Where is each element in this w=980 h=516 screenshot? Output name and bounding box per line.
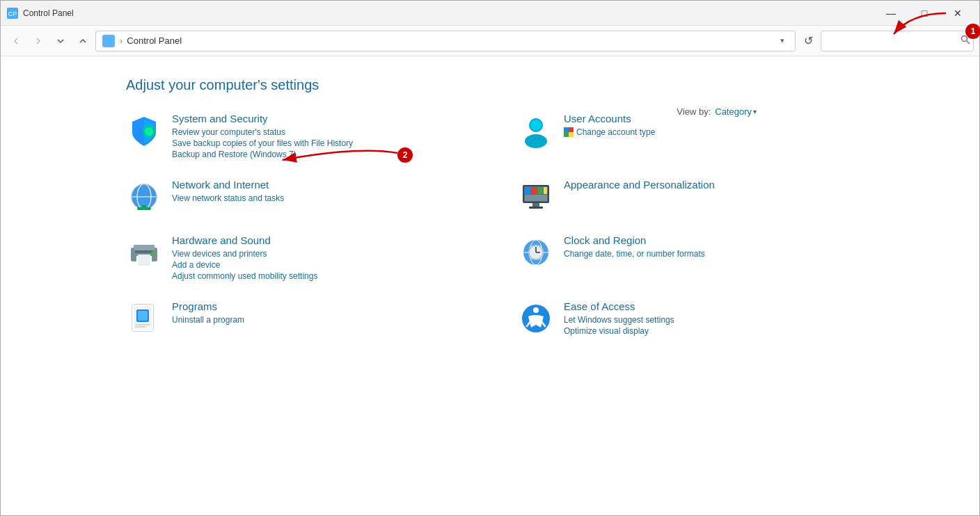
titlebar-controls: — □ ✕ [875, 3, 974, 24]
search-input[interactable] [827, 35, 967, 46]
page-title: Adjust your computer's settings [126, 77, 868, 93]
ease-access-icon [518, 300, 554, 337]
categories-grid: System and Security Review your computer… [126, 113, 868, 337]
clock-region-title[interactable]: Clock and Region [564, 234, 868, 246]
close-button[interactable]: ✕ [942, 3, 974, 24]
ease-access-link-2[interactable]: Optimize visual display [564, 326, 868, 336]
forward-button[interactable] [29, 31, 48, 51]
category-programs[interactable]: Programs Uninstall a program [126, 300, 476, 337]
refresh-button[interactable]: ↺ [798, 31, 818, 51]
network-internet-icon [126, 179, 162, 215]
maximize-button[interactable]: □ [908, 3, 940, 24]
search-area: 1 [821, 31, 974, 51]
header-area: Adjust your computer's settings View by:… [126, 77, 868, 93]
addressbar: › Control Panel ▾ ↺ 1 [1, 26, 979, 56]
svg-rect-30 [544, 187, 547, 194]
svg-rect-29 [537, 187, 543, 194]
svg-rect-38 [138, 255, 150, 266]
network-internet-link-1[interactable]: View network status and tasks [172, 193, 476, 203]
programs-link-1[interactable]: Uninstall a program [172, 315, 476, 325]
appearance-text: Appearance and Personalization [564, 179, 868, 193]
programs-icon [126, 300, 162, 337]
clock-region-link-1[interactable]: Change date, time, or number formats [564, 249, 868, 259]
svg-point-55 [533, 307, 539, 313]
svg-rect-33 [529, 207, 543, 209]
svg-text:CP: CP [8, 10, 17, 17]
system-security-link-2[interactable]: Save backup copies of your files with Fi… [172, 138, 476, 148]
svg-line-6 [967, 41, 970, 45]
network-internet-title[interactable]: Network and Internet [172, 179, 476, 191]
svg-rect-17 [569, 132, 574, 137]
titlebar-icon: CP [6, 7, 19, 19]
system-security-text: System and Security Review your computer… [172, 113, 476, 159]
up-button[interactable] [73, 31, 93, 51]
hardware-sound-link-1[interactable]: View devices and printers [172, 249, 476, 259]
user-accounts-link-1[interactable]: Change account type [576, 127, 655, 137]
address-text: Control Panel [127, 35, 771, 46]
svg-rect-37 [135, 250, 153, 253]
category-network-internet[interactable]: Network and Internet View network status… [126, 179, 476, 215]
ease-access-title[interactable]: Ease of Access [564, 300, 868, 312]
categories-area: 2 [126, 113, 868, 337]
user-accounts-icon [518, 113, 554, 149]
svg-rect-16 [564, 132, 569, 137]
svg-rect-51 [138, 311, 148, 321]
annotation-badge-1: 1 [965, 24, 980, 39]
svg-rect-15 [569, 127, 574, 132]
address-dropdown-btn[interactable]: ▾ [775, 36, 789, 45]
clock-region-text: Clock and Region Change date, time, or n… [564, 234, 868, 259]
hardware-sound-link-2[interactable]: Add a device [172, 260, 476, 270]
address-field[interactable]: › Control Panel ▾ [95, 31, 796, 51]
programs-title[interactable]: Programs [172, 300, 476, 312]
svg-point-13 [530, 120, 542, 131]
svg-point-5 [962, 36, 967, 42]
user-accounts-title[interactable]: User Accounts [564, 113, 868, 124]
titlebar: CP Control Panel — □ ✕ [1, 1, 979, 26]
system-security-icon [126, 113, 162, 149]
hardware-sound-text: Hardware and Sound View devices and prin… [172, 234, 476, 281]
ease-access-text: Ease of Access Let Windows suggest setti… [564, 300, 868, 336]
window: CP Control Panel — □ ✕ › Con [0, 0, 980, 516]
programs-text: Programs Uninstall a program [172, 300, 476, 325]
svg-rect-28 [531, 187, 537, 194]
hardware-sound-icon [126, 234, 162, 271]
svg-rect-31 [525, 195, 547, 201]
svg-point-12 [525, 134, 547, 148]
hardware-sound-link-3[interactable]: Adjust commonly used mobility settings [172, 271, 476, 281]
category-user-accounts[interactable]: User Accounts Change account type [518, 113, 868, 159]
recent-pages-button[interactable] [51, 31, 70, 51]
svg-rect-35 [134, 245, 155, 250]
appearance-icon [518, 179, 554, 215]
network-internet-text: Network and Internet View network status… [172, 179, 476, 203]
svg-point-39 [151, 251, 155, 255]
svg-rect-24 [142, 205, 146, 209]
category-hardware-sound[interactable]: Hardware and Sound View devices and prin… [126, 234, 476, 281]
svg-point-10 [145, 127, 153, 136]
category-appearance[interactable]: Appearance and Personalization [518, 179, 868, 215]
user-accounts-text: User Accounts Change account type [564, 113, 868, 137]
system-security-link-1[interactable]: Review your computer's status [172, 127, 476, 137]
svg-rect-27 [525, 187, 530, 194]
titlebar-title: Control Panel [23, 8, 875, 18]
system-security-link-3[interactable]: Backup and Restore (Windows 7) [172, 150, 476, 159]
search-field[interactable] [821, 31, 974, 51]
system-security-title[interactable]: System and Security [172, 113, 476, 124]
main-content: Adjust your computer's settings View by:… [1, 56, 979, 515]
address-separator: › [120, 35, 122, 46]
appearance-title[interactable]: Appearance and Personalization [564, 179, 868, 191]
ease-access-link-1[interactable]: Let Windows suggest settings [564, 315, 868, 325]
category-ease-access[interactable]: Ease of Access Let Windows suggest setti… [518, 300, 868, 337]
svg-rect-4 [104, 36, 113, 46]
back-button[interactable] [6, 31, 26, 51]
category-clock-region[interactable]: Clock and Region Change date, time, or n… [518, 234, 868, 281]
annotation-badge-2: 2 [397, 147, 413, 163]
clock-region-icon [518, 234, 554, 271]
minimize-button[interactable]: — [875, 3, 907, 24]
category-system-security[interactable]: System and Security Review your computer… [126, 113, 476, 159]
windows-shield-icon [564, 127, 574, 137]
address-bar-icon [102, 34, 116, 48]
hardware-sound-title[interactable]: Hardware and Sound [172, 234, 476, 246]
svg-rect-14 [564, 127, 569, 132]
